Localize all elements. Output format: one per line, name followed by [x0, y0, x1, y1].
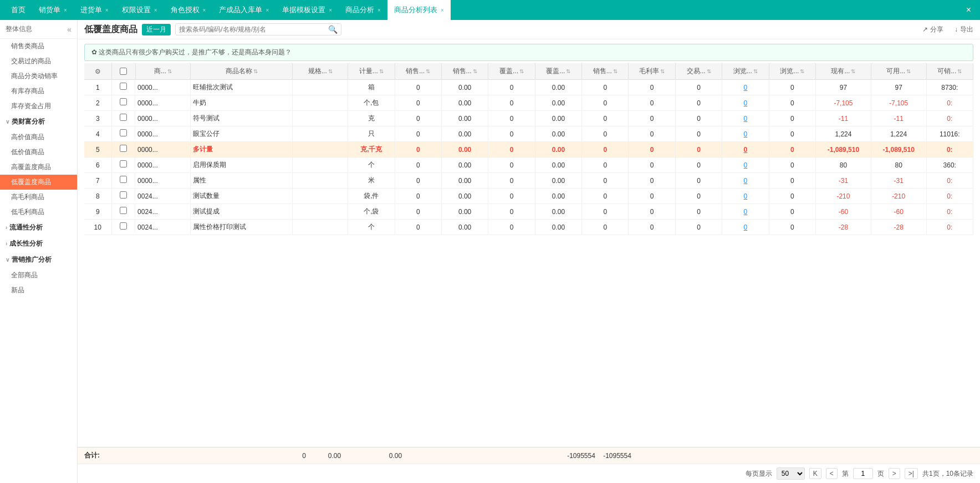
row-view1[interactable]: 0 [722, 173, 769, 189]
close-icon[interactable]: × [266, 7, 269, 13]
close-icon[interactable]: × [154, 7, 157, 13]
nav-role[interactable]: 角色授权 × [164, 0, 213, 20]
row-view1[interactable]: 0 [722, 157, 769, 173]
row-view1[interactable]: 0 [722, 142, 769, 157]
sidebar-item-all-products[interactable]: 全部商品 [0, 268, 77, 283]
sidebar-item-high-value[interactable]: 高价值商品 [0, 130, 77, 145]
select-all-checkbox[interactable] [120, 68, 127, 75]
share-button[interactable]: ↗ 分享 [922, 25, 943, 34]
search-input[interactable] [179, 26, 328, 33]
sidebar-item-high-margin[interactable]: 高毛利商品 [0, 190, 77, 205]
nav-purchase[interactable]: 进货单 × [74, 0, 115, 20]
nav-sales[interactable]: 销货单 × [32, 0, 74, 20]
row-view1[interactable]: 0 [722, 95, 769, 111]
row-select-checkbox[interactable] [120, 145, 127, 152]
row-checkbox[interactable] [112, 95, 135, 108]
row-checkbox[interactable] [112, 111, 135, 124]
sidebar-section-marketing[interactable]: ∨ 营销推广分析 [0, 252, 77, 268]
row-checkbox[interactable] [112, 189, 135, 201]
nav-template[interactable]: 单据模板设置 × [275, 0, 339, 20]
row-checkbox[interactable] [112, 80, 135, 93]
sidebar-item-traded-products[interactable]: 交易过的商品 [0, 54, 77, 69]
th-spec[interactable]: 规格...⇅ [293, 63, 348, 80]
row-view1[interactable]: 0 [722, 111, 769, 126]
row-stock2: -1,089,510 [871, 142, 926, 157]
period-button[interactable]: 近一月 [142, 24, 171, 35]
th-sales3[interactable]: 销售...⇅ [582, 63, 629, 80]
row-checkbox[interactable] [112, 157, 135, 170]
last-page-btn[interactable]: >| [905, 468, 918, 479]
sidebar-item-low-value[interactable]: 低价值商品 [0, 145, 77, 160]
sidebar-item-in-stock[interactable]: 有库存商品 [0, 84, 77, 99]
th-cover1[interactable]: 覆盖...⇅ [488, 63, 535, 80]
row-select-checkbox[interactable] [120, 114, 127, 121]
row-view1[interactable]: 0 [722, 204, 769, 220]
th-sales1[interactable]: 销售...⇅ [395, 63, 441, 80]
row-select-checkbox[interactable] [120, 129, 127, 136]
row-view1[interactable]: 0 [722, 220, 769, 235]
th-unit[interactable]: 计量...⇅ [348, 63, 395, 80]
row-checkbox[interactable] [112, 204, 135, 217]
row-checkbox[interactable] [112, 220, 135, 232]
row-select-checkbox[interactable] [120, 176, 127, 183]
row-select-checkbox[interactable] [120, 98, 127, 105]
sidebar-section-wealth[interactable]: ∨ 类财富分析 [0, 114, 77, 130]
th-name[interactable]: 商品名称⇅ [191, 63, 293, 80]
nav-home[interactable]: 首页 [4, 0, 32, 20]
th-gross[interactable]: 毛利率⇅ [629, 63, 675, 80]
sidebar-section-circulation[interactable]: › 流通性分析 [0, 220, 77, 236]
close-icon[interactable]: × [203, 7, 206, 13]
row-select-checkbox[interactable] [120, 207, 127, 214]
close-icon[interactable]: × [64, 7, 67, 13]
th-cover2[interactable]: 覆盖...⇅ [535, 63, 581, 80]
sidebar-collapse-btn[interactable]: « [67, 25, 72, 34]
row-checkbox[interactable] [112, 142, 135, 155]
per-page-select[interactable]: 50 10 20 100 [777, 467, 805, 480]
row-select-checkbox[interactable] [120, 160, 127, 167]
sidebar-item-sales-products[interactable]: 销售类商品 [0, 39, 77, 54]
close-icon[interactable]: × [329, 7, 332, 13]
sidebar-item-low-coverage[interactable]: 低覆盖度商品 [0, 175, 77, 190]
row-select-checkbox[interactable] [120, 83, 127, 90]
row-checkbox[interactable] [112, 126, 135, 139]
row-select-checkbox[interactable] [120, 222, 127, 230]
sidebar-item-new-products[interactable]: 新品 [0, 283, 77, 298]
row-stock2: -28 [871, 220, 926, 235]
th-code[interactable]: 商...⇅ [135, 63, 191, 80]
th-stock2[interactable]: 可用...⇅ [871, 63, 926, 80]
prev-page-btn[interactable]: < [826, 468, 838, 479]
th-trade[interactable]: 交易...⇅ [675, 63, 722, 80]
sidebar-item-low-margin[interactable]: 低毛利商品 [0, 205, 77, 220]
th-settings[interactable]: ⚙ [84, 63, 111, 80]
nav-permission[interactable]: 权限设置 × [115, 0, 164, 20]
sidebar-item-high-coverage[interactable]: 高覆盖度商品 [0, 160, 77, 175]
row-code: 0000... [135, 173, 191, 189]
close-icon[interactable]: × [105, 7, 109, 13]
th-stock3[interactable]: 可销...⇅ [926, 63, 973, 80]
settings-icon[interactable]: ⚙ [95, 68, 101, 75]
current-page-input[interactable] [853, 468, 873, 479]
row-view1[interactable]: 0 [722, 126, 769, 142]
sidebar-item-stock-capital[interactable]: 库存资金占用 [0, 99, 77, 114]
close-icon[interactable]: × [377, 7, 381, 13]
export-button[interactable]: ↓ 导出 [955, 25, 973, 34]
next-page-btn[interactable]: > [889, 468, 900, 479]
nav-product-analysis-list[interactable]: 商品分析列表 × [387, 0, 451, 20]
th-stock1[interactable]: 现有...⇅ [816, 63, 871, 80]
row-view1[interactable]: 0 [722, 189, 769, 204]
row-view1[interactable]: 0 [722, 80, 769, 95]
th-view2[interactable]: 浏览...⇅ [769, 63, 815, 80]
search-icon[interactable]: 🔍 [328, 25, 338, 34]
row-checkbox[interactable] [112, 173, 135, 186]
nav-product-analysis[interactable]: 商品分析 × [339, 0, 387, 20]
nav-product-entry[interactable]: 产成品入库单 × [212, 0, 275, 20]
first-page-btn[interactable]: K [809, 468, 821, 479]
per-page-label: 每页显示 [746, 469, 772, 479]
th-view1[interactable]: 浏览...⇅ [722, 63, 769, 80]
window-close-btn[interactable]: × [962, 5, 976, 15]
sidebar-section-growth[interactable]: › 成长性分析 [0, 236, 77, 252]
th-sales2[interactable]: 销售...⇅ [441, 63, 488, 80]
row-select-checkbox[interactable] [120, 191, 127, 199]
sidebar-item-category-rate[interactable]: 商品分类动销率 [0, 69, 77, 84]
close-icon[interactable]: × [441, 7, 444, 13]
